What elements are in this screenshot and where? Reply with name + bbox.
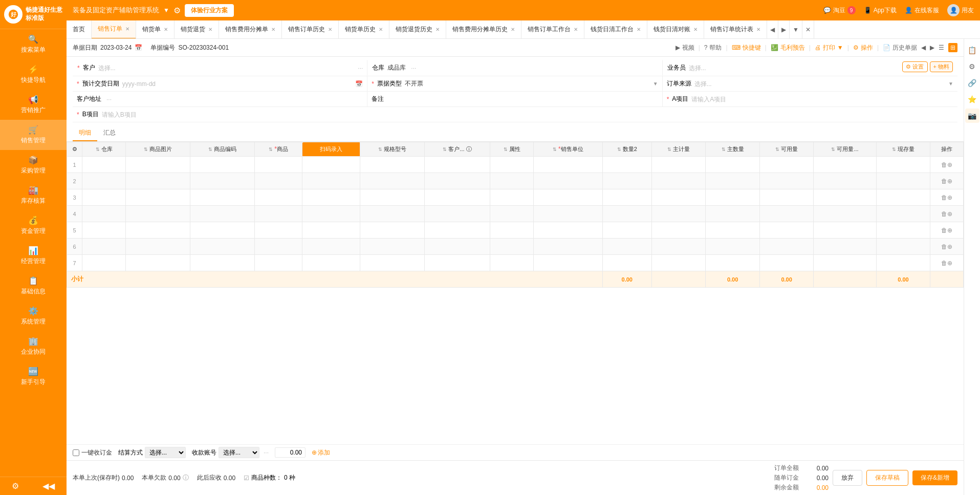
row-main-unit[interactable] (651, 189, 705, 206)
form-add-item-btn[interactable]: + 物料 (930, 61, 953, 72)
customer-input[interactable] (98, 64, 353, 72)
right-panel-settings-icon[interactable]: ⚙ (965, 59, 979, 74)
add-payment-btn[interactable]: ⊕ 添加 (312, 448, 330, 457)
row-scan[interactable] (302, 222, 360, 239)
row-product[interactable] (254, 206, 302, 222)
row-available[interactable] (759, 239, 813, 255)
sidebar-item-search[interactable]: 🔍 搜索菜单 (0, 29, 67, 59)
tab-reconcile[interactable]: 钱货日清对账 ✕ (647, 20, 704, 39)
row-main-unit[interactable] (651, 255, 705, 271)
row-main-qty[interactable] (706, 189, 759, 206)
row-code[interactable] (190, 222, 254, 239)
online-service-item[interactable]: 👤 在线客服 (905, 6, 939, 15)
row-main-qty[interactable] (706, 157, 759, 173)
row-unit[interactable] (534, 255, 602, 271)
row-image[interactable] (126, 189, 190, 206)
tab-return-history[interactable]: 销货退货历史 ✕ (389, 20, 446, 39)
row-available2[interactable] (814, 222, 876, 239)
row-main-unit[interactable] (651, 222, 705, 239)
row-main-unit[interactable] (651, 173, 705, 189)
row-scan[interactable] (302, 239, 360, 255)
action-nav-prev[interactable]: ◀ (921, 44, 926, 51)
row-unit[interactable] (534, 157, 602, 173)
row-scan[interactable] (302, 255, 360, 271)
sidebar-item-base[interactable]: 📋 基础信息 (0, 271, 67, 301)
delete-icon[interactable]: 🗑 (941, 194, 947, 201)
row-attr[interactable] (490, 189, 533, 206)
delete-icon[interactable]: 🗑 (941, 210, 947, 218)
row-customer-code[interactable] (424, 189, 490, 206)
row-available2[interactable] (814, 157, 876, 173)
tab-close-icon[interactable]: ✕ (125, 26, 129, 32)
tab-prev-btn[interactable]: ◀ (767, 20, 778, 39)
row-available[interactable] (759, 173, 813, 189)
row-warehouse[interactable] (82, 189, 126, 206)
account-more-icon[interactable]: ··· (264, 449, 269, 456)
row-warehouse[interactable] (82, 206, 126, 222)
row-main-qty[interactable] (706, 206, 759, 222)
row-main-qty[interactable] (706, 173, 759, 189)
row-available2[interactable] (814, 255, 876, 271)
row-unit[interactable] (534, 239, 602, 255)
tab-next-btn[interactable]: ▶ (778, 20, 790, 39)
row-stock[interactable] (876, 206, 930, 222)
account-select[interactable]: 选择... (219, 447, 259, 458)
tab-close-all-btn[interactable]: ✕ (802, 20, 814, 39)
row-customer-code[interactable] (424, 239, 490, 255)
b-project-input[interactable] (102, 111, 364, 118)
row-stock[interactable] (876, 157, 930, 173)
row-available[interactable] (759, 206, 813, 222)
row-image[interactable] (126, 222, 190, 239)
action-print[interactable]: 🖨 打印 ▼ (815, 44, 843, 52)
system-dropdown[interactable]: ▼ (163, 7, 169, 14)
action-history[interactable]: 📄 历史单据 (883, 44, 917, 52)
action-form-view[interactable]: ⊞ (948, 43, 957, 52)
copy-icon[interactable]: ⊕ (947, 161, 952, 168)
row-stock[interactable] (876, 222, 930, 239)
row-unit[interactable] (534, 222, 602, 239)
order-source-input[interactable] (694, 80, 945, 88)
tab-close-icon[interactable]: ✕ (511, 27, 515, 32)
row-image[interactable] (126, 239, 190, 255)
row-qty2[interactable] (602, 255, 651, 271)
row-main-unit[interactable] (651, 239, 705, 255)
warehouse-more-icon[interactable]: ··· (411, 64, 416, 72)
delete-icon[interactable]: 🗑 (941, 227, 947, 234)
row-unit[interactable] (534, 173, 602, 189)
row-main-qty[interactable] (706, 222, 759, 239)
row-product[interactable] (254, 189, 302, 206)
tab-close-icon[interactable]: ✕ (693, 27, 698, 32)
row-warehouse[interactable] (82, 157, 126, 173)
row-warehouse[interactable] (82, 173, 126, 189)
row-available[interactable] (759, 157, 813, 173)
sidebar-collapse-icon[interactable]: ◀◀ (42, 481, 55, 491)
copy-icon[interactable]: ⊕ (947, 260, 952, 267)
row-spec[interactable] (360, 255, 425, 271)
row-image[interactable] (126, 206, 190, 222)
tao-item[interactable]: 💬 淘豆 9 (823, 6, 856, 15)
action-nav-next[interactable]: ▶ (930, 44, 934, 51)
action-help[interactable]: ? 帮助 (704, 44, 722, 52)
save-new-button[interactable]: 保存&新增 (912, 470, 957, 485)
row-code[interactable] (190, 157, 254, 173)
row-attr[interactable] (490, 173, 533, 189)
row-scan[interactable] (302, 189, 360, 206)
row-available2[interactable] (814, 206, 876, 222)
row-stock[interactable] (876, 255, 930, 271)
copy-icon[interactable]: ⊕ (947, 194, 952, 201)
deposit-checkbox-label[interactable]: 一键收订金 (73, 448, 112, 457)
row-customer-code[interactable] (424, 222, 490, 239)
method-select[interactable]: 选择... (145, 447, 186, 458)
row-product[interactable] (254, 157, 302, 173)
action-shortcut[interactable]: ⌨ 快捷键 (732, 44, 761, 52)
row-stock[interactable] (876, 173, 930, 189)
sidebar-item-finance[interactable]: 💰 资金管理 (0, 210, 67, 241)
right-panel-link-icon[interactable]: 🔗 (965, 76, 979, 90)
row-spec[interactable] (360, 222, 425, 239)
action-profit[interactable]: 💹 毛利预告 (771, 44, 805, 52)
row-scan[interactable] (302, 173, 360, 189)
row-attr[interactable] (490, 157, 533, 173)
tab-close-icon[interactable]: ✕ (379, 27, 383, 32)
row-code[interactable] (190, 206, 254, 222)
tab-daily-workbench[interactable]: 钱货日清工作台 ✕ (584, 20, 647, 39)
